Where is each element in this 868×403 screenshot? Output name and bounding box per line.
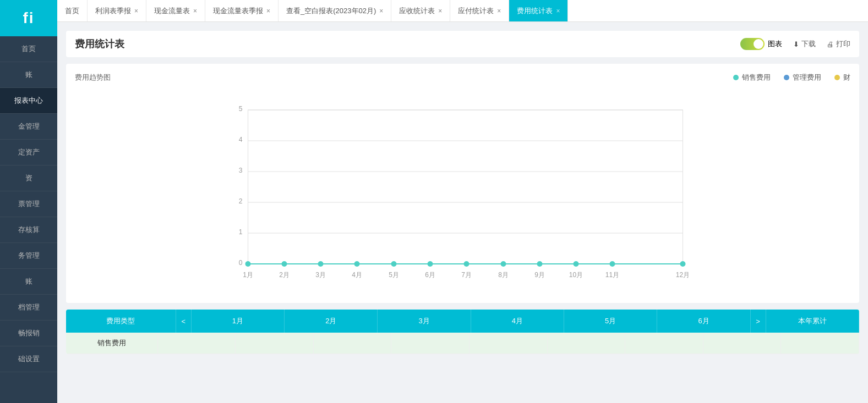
tab-blank[interactable]: 查看_空白报表(2023年02月) × xyxy=(279,0,391,21)
print-icon: 🖨 xyxy=(827,40,834,48)
td-val-6 xyxy=(625,333,703,354)
sidebar: fi 首页 账 报表中心 金管理 定资产 资 票管理 存核算 务管理 账 档管理… xyxy=(0,0,57,403)
svg-point-19 xyxy=(464,261,470,267)
legend-sales: 销售费用 xyxy=(733,73,771,82)
sidebar-item-assets[interactable]: 定资产 xyxy=(0,140,57,165)
sidebar-item-files[interactable]: 档管理 xyxy=(0,295,57,321)
svg-text:1月: 1月 xyxy=(243,271,253,279)
tab-receivable[interactable]: 应收统计表 × xyxy=(391,0,450,21)
tab-close-cashflow[interactable]: × xyxy=(193,7,197,15)
tab-close-payable[interactable]: × xyxy=(497,7,501,15)
sidebar-item-tickets[interactable]: 票管理 xyxy=(0,191,57,217)
page-title: 费用统计表 xyxy=(75,37,124,51)
header-actions: 图表 ⬇ 下载 🖨 打印 xyxy=(740,38,850,50)
legend-dot-sales xyxy=(733,75,739,80)
page-header: 费用统计表 图表 ⬇ 下载 🖨 打印 xyxy=(66,31,859,57)
sidebar-item-reports[interactable]: 报表中心 xyxy=(0,88,57,114)
sidebar-item-ledger[interactable]: 账 xyxy=(0,269,57,295)
download-button[interactable]: ⬇ 下载 xyxy=(793,39,816,49)
chart-title: 费用趋势图 xyxy=(75,73,111,82)
print-button[interactable]: 🖨 打印 xyxy=(827,39,850,49)
th-col-2: 2月 xyxy=(285,310,378,333)
sidebar-item-expense[interactable]: 畅报销 xyxy=(0,321,57,346)
td-type: 销售费用 xyxy=(66,333,158,354)
svg-point-24 xyxy=(680,261,686,267)
tab-profit[interactable]: 利润表季报 × xyxy=(88,0,146,21)
svg-text:12月: 12月 xyxy=(676,271,690,279)
toggle-track[interactable] xyxy=(740,38,765,50)
tab-close-blank[interactable]: × xyxy=(379,7,383,15)
table-header-row: 费用类型 < 1月 2月 3月 4月 5月 6月 > 本年累计 xyxy=(66,310,859,333)
svg-text:4: 4 xyxy=(239,136,243,143)
svg-text:3: 3 xyxy=(239,167,243,174)
sidebar-item-inventory[interactable]: 存核算 xyxy=(0,217,57,243)
tab-close-expense[interactable]: × xyxy=(556,7,560,15)
svg-text:3月: 3月 xyxy=(315,271,326,279)
tab-payable[interactable]: 应付统计表 × xyxy=(450,0,509,21)
toggle-label: 图表 xyxy=(768,39,782,49)
svg-text:2: 2 xyxy=(239,197,243,205)
svg-point-13 xyxy=(245,261,251,267)
td-nav-space2 xyxy=(703,333,782,354)
legend-finance: 财 xyxy=(834,73,850,82)
svg-text:5月: 5月 xyxy=(389,271,399,279)
sidebar-item-home[interactable]: 首页 xyxy=(0,36,57,62)
chart-legend: 销售费用 管理费用 财 xyxy=(733,73,850,82)
sidebar-logo: fi xyxy=(0,0,57,36)
sidebar-item-capital[interactable]: 资 xyxy=(0,165,57,191)
svg-point-16 xyxy=(354,261,360,267)
td-val-2 xyxy=(314,333,392,354)
tab-cashflow[interactable]: 现金流量表 × xyxy=(146,0,205,21)
svg-point-15 xyxy=(318,261,324,267)
td-total xyxy=(781,333,859,354)
th-nav-prev[interactable]: < xyxy=(176,310,192,333)
svg-point-18 xyxy=(428,261,433,267)
svg-point-14 xyxy=(282,261,287,267)
td-val-5 xyxy=(548,333,626,354)
chart-container: 费用趋势图 销售费用 管理费用 财 xyxy=(66,64,859,303)
svg-point-20 xyxy=(501,261,506,267)
svg-text:7月: 7月 xyxy=(461,271,472,279)
th-nav-next[interactable]: > xyxy=(751,310,766,333)
chart-header: 费用趋势图 销售费用 管理费用 财 xyxy=(75,73,850,82)
sidebar-item-cash[interactable]: 金管理 xyxy=(0,114,57,140)
chart-toggle[interactable]: 图表 xyxy=(740,38,782,50)
svg-text:5: 5 xyxy=(239,105,243,113)
main-area: 首页 利润表季报 × 现金流量表 × 现金流量表季报 × 查看_空白报表(202… xyxy=(57,0,868,403)
th-col-4: 4月 xyxy=(471,310,564,333)
svg-point-17 xyxy=(391,261,397,267)
tab-close-cashflow-q[interactable]: × xyxy=(266,7,270,15)
tab-close-profit[interactable]: × xyxy=(134,7,138,15)
chart-svg-wrapper: 0 1 2 3 4 5 xyxy=(75,89,850,294)
sidebar-scroll: 首页 账 报表中心 金管理 定资产 资 票管理 存核算 务管理 账 档管理 畅报… xyxy=(0,36,57,403)
th-total: 本年累计 xyxy=(766,310,859,333)
svg-point-23 xyxy=(610,261,615,267)
svg-text:10月: 10月 xyxy=(569,271,583,279)
sidebar-item-services[interactable]: 务管理 xyxy=(0,243,57,269)
legend-dot-finance xyxy=(834,75,840,80)
svg-text:8月: 8月 xyxy=(498,271,509,279)
th-col-5: 5月 xyxy=(564,310,657,333)
table-section: 费用类型 < 1月 2月 3月 4月 5月 6月 > 本年累计 销售费用 xyxy=(66,310,859,354)
td-val-1 xyxy=(236,333,314,354)
toggle-thumb xyxy=(754,39,763,49)
sidebar-item-account[interactable]: 账 xyxy=(0,62,57,88)
th-col-3: 3月 xyxy=(378,310,471,333)
svg-text:9月: 9月 xyxy=(534,271,545,279)
svg-point-21 xyxy=(537,261,543,267)
tab-expense[interactable]: 费用统计表 × xyxy=(509,0,568,21)
chart-svg: 0 1 2 3 4 5 xyxy=(75,89,850,292)
svg-rect-12 xyxy=(248,110,683,264)
legend-label-manage: 管理费用 xyxy=(793,73,821,82)
legend-label-sales: 销售费用 xyxy=(742,73,771,82)
svg-text:1: 1 xyxy=(239,228,243,236)
svg-text:4月: 4月 xyxy=(352,271,362,279)
svg-text:11月: 11月 xyxy=(605,271,619,279)
sidebar-item-settings[interactable]: 础设置 xyxy=(0,346,57,372)
tab-home[interactable]: 首页 xyxy=(57,0,88,21)
tab-cashflow-q[interactable]: 现金流量表季报 × xyxy=(205,0,279,21)
td-val-3 xyxy=(391,333,470,354)
svg-text:2月: 2月 xyxy=(279,271,290,279)
legend-dot-manage xyxy=(784,75,789,80)
tab-close-receivable[interactable]: × xyxy=(438,7,442,15)
